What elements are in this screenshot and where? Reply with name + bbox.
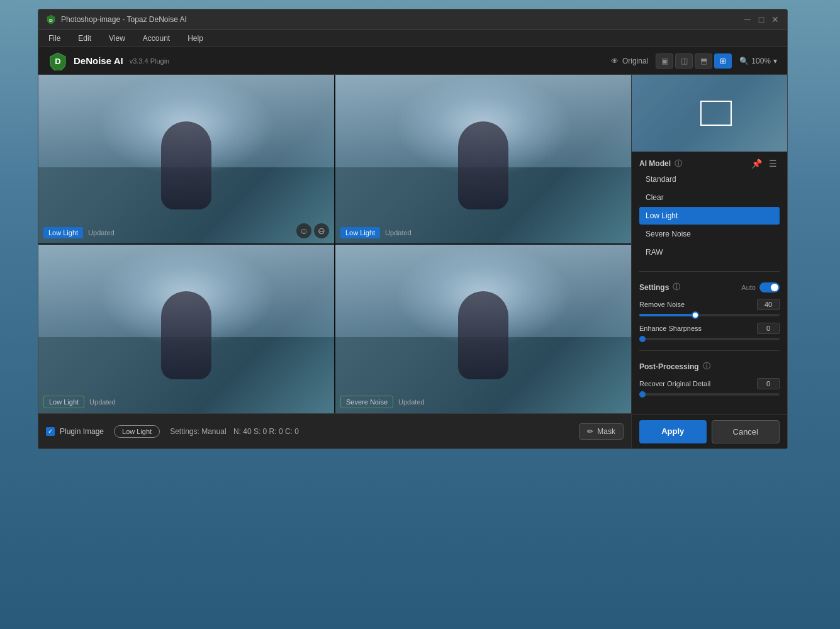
figure-bl xyxy=(161,291,211,379)
model-badge-tr: Low Light xyxy=(340,227,380,238)
settings-label: Settings: xyxy=(170,427,199,436)
settings-info-icon[interactable]: ⓘ xyxy=(673,282,680,292)
enhance-sharpness-track xyxy=(639,338,780,340)
remove-noise-label-row: Remove Noise xyxy=(639,299,780,310)
settings-label: Settings xyxy=(639,283,669,292)
image-grid: Low Light Updated ☺ ⊖ Low Light Upd xyxy=(38,75,631,413)
recover-detail-label-row: Recover Original Detail xyxy=(639,378,780,389)
app-name: DeNoise AI xyxy=(74,55,123,66)
header-bar: D DeNoise AI v3.3.4 Plugin 👁 Original ▣ … xyxy=(38,47,787,75)
menu-file[interactable]: File xyxy=(46,33,63,44)
remove-noise-fill xyxy=(639,314,695,316)
auto-toggle-switch[interactable] xyxy=(759,282,780,292)
enhance-sharpness-thumb[interactable] xyxy=(639,336,646,342)
cancel-button[interactable]: Cancel xyxy=(712,420,780,443)
view-split-v[interactable]: ◫ xyxy=(675,53,693,69)
app-window: D Photoshop-image - Topaz DeNoise AI ─ □… xyxy=(38,9,788,449)
close-button[interactable]: ✕ xyxy=(771,15,780,24)
figure-tr xyxy=(458,121,508,209)
svg-text:D: D xyxy=(55,57,60,66)
zoom-control[interactable]: 🔍 100% ▾ xyxy=(739,57,777,65)
menu-view[interactable]: View xyxy=(106,33,128,44)
maximize-button[interactable]: □ xyxy=(757,15,766,24)
enhance-sharpness-label-row: Enhance Sharpness xyxy=(639,323,780,334)
minimize-button[interactable]: ─ xyxy=(743,15,752,24)
header-controls: 👁 Original ▣ ◫ ⬒ ⊞ 🔍 100% ▾ xyxy=(611,53,777,69)
model-badge-br: Severe Noise xyxy=(340,396,393,408)
remove-noise-track xyxy=(639,314,780,316)
app-version: v3.3.4 Plugin xyxy=(130,57,170,65)
apply-button[interactable]: Apply xyxy=(639,420,707,443)
ai-model-header: AI Model ⓘ 📌 ☰ xyxy=(639,157,780,170)
recover-detail-slider-row: Recover Original Detail xyxy=(639,378,780,396)
model-low-light[interactable]: Low Light xyxy=(639,207,780,225)
model-badge-tl: Low Light xyxy=(43,227,83,238)
recover-detail-track xyxy=(639,393,780,396)
ai-model-label: AI Model xyxy=(639,159,671,168)
settings-section: Settings ⓘ Auto Remove No xyxy=(639,282,780,340)
divider-1 xyxy=(639,271,780,272)
menu-account[interactable]: Account xyxy=(140,33,172,44)
eye-icon: 👁 xyxy=(611,57,619,65)
view-split-h[interactable]: ⬒ xyxy=(695,53,712,69)
mask-label: Mask xyxy=(597,427,615,436)
compare-icon[interactable]: ☺ xyxy=(296,223,311,238)
ai-model-title: AI Model ⓘ xyxy=(639,159,682,169)
enhance-sharpness-value[interactable] xyxy=(757,323,780,334)
model-clear[interactable]: Clear xyxy=(639,189,780,206)
remove-noise-value[interactable] xyxy=(757,299,780,310)
plugin-image-checkbox[interactable]: ✓ xyxy=(46,427,55,436)
thumbnail-viewport xyxy=(700,101,732,126)
model-standard[interactable]: Standard xyxy=(639,170,780,188)
menu-help[interactable]: Help xyxy=(185,33,206,44)
window-title: Photoshop-image - Topaz DeNoise AI xyxy=(61,15,743,24)
settings-info: Settings: Manual N: 40 S: 0 R: 0 C: 0 xyxy=(170,427,569,436)
original-label: Original xyxy=(622,57,648,65)
zoom-level: 100% xyxy=(751,57,771,65)
pin-icon[interactable]: 📌 xyxy=(749,157,763,170)
view-quad[interactable]: ⊞ xyxy=(714,53,732,69)
bottom-bar: ✓ Plugin Image Low Light Settings: Manua… xyxy=(38,413,631,448)
model-severe-noise[interactable]: Severe Noise xyxy=(639,225,780,243)
recover-detail-value[interactable] xyxy=(757,378,780,389)
action-buttons: Apply Cancel xyxy=(632,415,787,448)
status-tr: Updated xyxy=(385,229,412,237)
post-proc-info-icon[interactable]: ⓘ xyxy=(703,361,710,372)
menu-edit[interactable]: Edit xyxy=(76,33,94,44)
remove-noise-thumb[interactable] xyxy=(692,311,699,319)
title-bar: D Photoshop-image - Topaz DeNoise AI ─ □… xyxy=(38,9,787,30)
ai-model-info-icon[interactable]: ⓘ xyxy=(675,159,682,169)
sync-icon[interactable]: ⊖ xyxy=(314,223,329,238)
mask-icon: ✏ xyxy=(587,427,593,436)
list-icon[interactable]: ☰ xyxy=(766,157,780,170)
zoom-icon: 🔍 xyxy=(739,57,749,65)
original-toggle[interactable]: 👁 Original xyxy=(611,57,648,65)
post-processing-section: Post-Processing ⓘ Recover Original Detai… xyxy=(639,361,780,396)
auto-toggle-area: Auto xyxy=(741,282,780,292)
status-tl: Updated xyxy=(88,229,115,237)
bottom-model-badge[interactable]: Low Light xyxy=(114,425,160,438)
enhance-sharpness-label: Enhance Sharpness xyxy=(639,325,702,332)
recover-detail-thumb[interactable] xyxy=(639,391,646,398)
remove-noise-slider-row: Remove Noise xyxy=(639,299,780,316)
figure-br xyxy=(458,291,508,379)
mask-button[interactable]: ✏ Mask xyxy=(579,423,624,440)
settings-values: N: 40 S: 0 R: 0 C: 0 xyxy=(233,427,299,436)
status-bl: Updated xyxy=(89,398,116,406)
right-sidebar: AI Model ⓘ 📌 ☰ Standard Clear Low Light … xyxy=(631,75,787,448)
model-list: Standard Clear Low Light Severe Noise RA… xyxy=(639,170,780,261)
panel-br-label: Severe Noise Updated xyxy=(340,396,425,408)
menu-bar: File Edit View Account Help xyxy=(38,30,787,47)
logo-icon: D xyxy=(48,52,67,70)
plugin-image-checkbox-area: ✓ Plugin Image xyxy=(46,427,104,436)
plugin-image-label: Plugin Image xyxy=(60,427,104,436)
sidebar-controls: AI Model ⓘ 📌 ☰ Standard Clear Low Light … xyxy=(632,152,787,415)
view-single[interactable]: ▣ xyxy=(656,53,673,69)
auto-label: Auto xyxy=(741,284,756,291)
enhance-sharpness-slider-row: Enhance Sharpness xyxy=(639,323,780,340)
view-toggles: ▣ ◫ ⬒ ⊞ xyxy=(656,53,732,69)
panel-bl-label: Low Light Updated xyxy=(43,396,116,408)
model-raw[interactable]: RAW xyxy=(639,243,780,261)
ai-model-icons: 📌 ☰ xyxy=(749,157,780,170)
toggle-knob xyxy=(771,284,778,291)
